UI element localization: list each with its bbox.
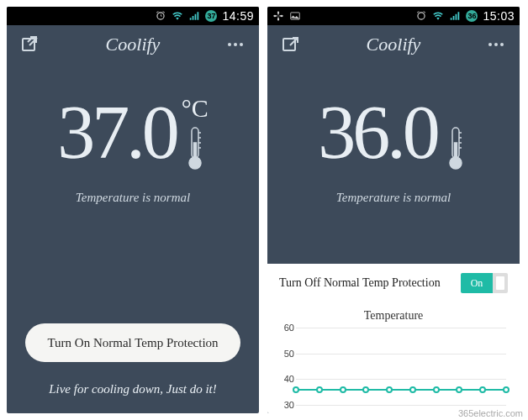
y-tick-label: 40 (276, 374, 294, 384)
svg-point-1 (228, 43, 231, 46)
data-point (340, 386, 346, 393)
screen-left: 37 14:59 Coolify 37.0 °C Temperature is … (7, 7, 259, 413)
data-point (433, 386, 440, 393)
data-point (479, 386, 486, 393)
gridline (296, 328, 506, 328)
temperature-display: 36.0 °C Temperature is normal (267, 64, 520, 213)
signal-icon (449, 10, 461, 22)
screen-right: 36 15:03 Coolify 36.0 °C Temperature is … (267, 7, 520, 413)
more-icon[interactable] (486, 34, 506, 55)
title-bar: Coolify (7, 25, 259, 64)
share-icon[interactable] (20, 34, 40, 55)
wifi-icon (432, 10, 444, 22)
data-point (362, 386, 369, 393)
toggle-handle (493, 273, 508, 293)
thermometer-icon (187, 126, 203, 173)
data-point (409, 386, 416, 393)
svg-point-13 (488, 43, 492, 46)
tagline: Live for cooling down, Just do it! (7, 382, 259, 396)
temperature-value: 37.0 (57, 89, 177, 176)
status-clock: 15:03 (483, 9, 515, 23)
svg-point-15 (500, 43, 504, 46)
temperature-value: 36.0 (318, 89, 437, 176)
wifi-icon (172, 10, 183, 22)
protection-toggle[interactable]: On (461, 273, 508, 293)
y-tick-label: 30 (276, 400, 294, 410)
svg-rect-18 (454, 143, 457, 161)
watermark: 365electric.com (458, 408, 523, 418)
image-icon (289, 10, 301, 22)
temperature-status: Temperature is normal (267, 191, 520, 205)
status-bar: 36 15:03 (267, 7, 520, 25)
thermometer-icon (447, 126, 464, 173)
more-icon[interactable] (225, 34, 246, 55)
alarm-icon (155, 10, 166, 22)
title-bar: Coolify (267, 25, 520, 64)
y-tick-label: 50 (276, 349, 294, 359)
gridline (296, 405, 506, 406)
temperature-display: 37.0 °C Temperature is normal (7, 64, 259, 213)
svg-rect-12 (283, 39, 295, 50)
setting-label: Turn Off Normal Temp Protection (279, 276, 441, 290)
temp-badge: 36 (466, 10, 478, 22)
gridline (296, 354, 506, 354)
temperature-chart: Temperature 30405060 (267, 302, 520, 413)
data-point (293, 386, 299, 393)
toggle-on-label: On (461, 273, 493, 293)
signal-icon (188, 10, 200, 22)
series-line (296, 389, 506, 391)
data-point (386, 386, 393, 393)
svg-point-14 (494, 43, 498, 46)
protection-setting-row: Turn Off Normal Temp Protection On (267, 264, 520, 302)
svg-rect-6 (193, 143, 196, 161)
toggle-protection-button[interactable]: Turn On Normal Temp Protection (25, 323, 240, 362)
alarm-icon (415, 10, 427, 22)
app-title: Coolify (367, 34, 421, 55)
status-clock: 14:59 (222, 9, 254, 23)
chart-title: Temperature (276, 309, 511, 323)
fan-icon (272, 10, 284, 22)
gridline (296, 379, 506, 380)
svg-point-2 (234, 43, 237, 46)
chart-plot: 30405060 (296, 328, 506, 405)
data-point (503, 386, 510, 393)
share-icon[interactable] (281, 34, 301, 55)
app-title: Coolify (106, 34, 161, 55)
temperature-status: Temperature is normal (7, 191, 259, 205)
data-point (456, 386, 462, 393)
data-point (316, 386, 323, 393)
temperature-unit: °C (182, 96, 209, 121)
temp-badge: 37 (205, 10, 217, 22)
y-tick-label: 60 (276, 323, 294, 333)
status-bar: 37 14:59 (7, 7, 259, 25)
svg-point-3 (240, 43, 243, 46)
